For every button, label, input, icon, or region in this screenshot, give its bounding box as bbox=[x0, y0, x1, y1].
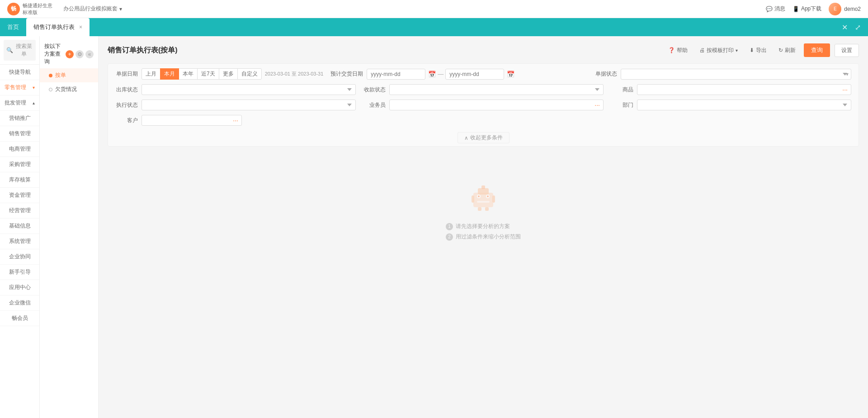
date-dash: — bbox=[438, 71, 443, 77]
svg-point-5 bbox=[478, 195, 480, 197]
wholesale-arrow: ▴ bbox=[33, 100, 35, 105]
query-button[interactable]: 查询 bbox=[804, 43, 830, 57]
sidebar-item-apps[interactable]: 应用中心 bbox=[0, 280, 39, 295]
breadcrumb-dropdown-icon[interactable]: ▾ bbox=[119, 6, 122, 12]
right-content: 销售订单执行表(按单) ❓ 帮助 🖨 按模板打印 ▾ ⬇ 导出 bbox=[99, 36, 868, 418]
goods-input[interactable] bbox=[637, 84, 851, 95]
collapse-panel-button[interactable]: « bbox=[85, 50, 94, 58]
add-icon: + bbox=[68, 51, 71, 57]
goods-more-icon[interactable]: ··· bbox=[840, 86, 849, 93]
window-close-icon[interactable]: ✕ bbox=[840, 22, 849, 33]
filter-row-3: 执行状态 业务员 ··· bbox=[115, 100, 851, 110]
export-icon: ⬇ bbox=[750, 47, 754, 53]
scheme-item-order[interactable]: 按单 bbox=[40, 68, 98, 82]
scheme-backorder-label: 欠货情况 bbox=[55, 86, 77, 93]
forecast-date-label: 预计交货日期 bbox=[330, 70, 363, 78]
status-select[interactable] bbox=[621, 69, 851, 80]
sidebar-item-inventory[interactable]: 库存核算 bbox=[0, 172, 39, 188]
search-menu-button[interactable]: 🔍 搜索菜单 bbox=[4, 40, 36, 61]
delivery-status-select[interactable] bbox=[142, 84, 356, 95]
breadcrumb-text: 办公用品行业模拟账套 bbox=[63, 5, 118, 13]
date-tab-more[interactable]: 更多 bbox=[219, 68, 238, 80]
left-panel-title: 按以下方案查询 bbox=[44, 43, 66, 66]
refresh-button[interactable]: ↻ 刷新 bbox=[775, 45, 799, 56]
empty-state: 1 请先选择要分析的方案 2 用过滤条件来缩小分析范围 bbox=[108, 152, 859, 268]
empty-tip-2: 2 用过滤条件来缩小分析范围 bbox=[446, 233, 521, 241]
help-label: 帮助 bbox=[677, 47, 688, 54]
sidebar-item-system[interactable]: 系统管理 bbox=[0, 234, 39, 249]
avatar: E bbox=[829, 3, 841, 15]
date-tab-this-month[interactable]: 本月 bbox=[160, 68, 179, 80]
page-actions: ❓ 帮助 🖨 按模板打印 ▾ ⬇ 导出 ↻ 刷新 bbox=[665, 43, 859, 57]
exec-status-select[interactable] bbox=[142, 100, 356, 110]
collapse-icon: « bbox=[88, 51, 91, 57]
salesperson-more-icon[interactable]: ··· bbox=[593, 101, 602, 109]
export-button[interactable]: ⬇ 导出 bbox=[746, 45, 770, 56]
help-button[interactable]: ❓ 帮助 bbox=[665, 45, 691, 56]
sidebar-item-member[interactable]: 畅会员 bbox=[0, 311, 39, 326]
filter-collapse-row: ∧ 收起更多条件 bbox=[115, 130, 851, 143]
forecast-date-end[interactable] bbox=[445, 69, 504, 80]
export-label: 导出 bbox=[756, 47, 767, 54]
payment-status-select[interactable] bbox=[389, 84, 604, 95]
print-dropdown-icon: ▾ bbox=[736, 48, 738, 53]
sidebar-item-sales[interactable]: 销售管理 bbox=[0, 126, 39, 142]
message-button[interactable]: 💬 消息 bbox=[766, 5, 785, 13]
print-button[interactable]: 🖨 按模板打印 ▾ bbox=[696, 45, 741, 56]
sidebar-item-purchase[interactable]: 采购管理 bbox=[0, 157, 39, 172]
date-tab-7days[interactable]: 近7天 bbox=[197, 68, 219, 80]
date-tab-this-year[interactable]: 本年 bbox=[179, 68, 198, 80]
main-layout: 🔍 搜索菜单 快捷导航 零售管理 ▾ 批发管理 ▴ 营销推广 销售管理 电商管理… bbox=[0, 36, 868, 418]
sidebar-item-marketing[interactable]: 营销推广 bbox=[0, 111, 39, 126]
home-tab-label: 首页 bbox=[7, 23, 19, 31]
filter-customer: 客户 ··· bbox=[115, 115, 242, 126]
salesperson-label: 业务员 bbox=[363, 101, 386, 109]
settings-scheme-button[interactable]: ⚙ bbox=[75, 50, 84, 58]
filter-exec-status: 执行状态 bbox=[115, 100, 356, 110]
app-download-button[interactable]: 📱 App下载 bbox=[793, 5, 821, 13]
collapse-filter-button[interactable]: ∧ 收起更多条件 bbox=[458, 132, 509, 143]
sidebar-item-wechat[interactable]: 企业微信 bbox=[0, 295, 39, 311]
calendar-end-icon[interactable]: 📅 bbox=[507, 71, 514, 78]
forecast-date-start[interactable] bbox=[367, 69, 425, 80]
date-tab-last-month[interactable]: 上月 bbox=[142, 68, 160, 80]
tab-active[interactable]: 销售订单执行表 × bbox=[26, 18, 90, 36]
scheme-item-backorder[interactable]: 欠货情况 bbox=[40, 82, 98, 96]
sidebar-item-operation[interactable]: 经营管理 bbox=[0, 203, 39, 218]
help-icon: ❓ bbox=[668, 47, 675, 53]
tab-close-icon[interactable]: × bbox=[79, 24, 82, 30]
user-profile[interactable]: E demo2 bbox=[829, 3, 861, 15]
print-label: 按模板打印 bbox=[707, 47, 734, 54]
sidebar-item-newbie[interactable]: 新手引导 bbox=[0, 265, 39, 280]
filter-department: 部门 bbox=[611, 100, 851, 110]
search-icon: 🔍 bbox=[6, 47, 13, 53]
settings-button[interactable]: 设置 bbox=[835, 44, 859, 57]
department-select[interactable] bbox=[637, 100, 851, 110]
date-tab-custom[interactable]: 自定义 bbox=[237, 68, 262, 80]
sidebar-item-retail[interactable]: 零售管理 ▾ bbox=[0, 80, 39, 95]
salesperson-input[interactable] bbox=[389, 100, 604, 110]
department-select-wrap bbox=[637, 100, 851, 110]
settings-icon: ⚙ bbox=[77, 51, 82, 57]
sidebar-item-collab[interactable]: 企业协同 bbox=[0, 249, 39, 265]
date-control: 上月 本月 本年 近7天 bbox=[142, 68, 323, 80]
window-maximize-icon[interactable]: ⤢ bbox=[853, 22, 863, 33]
customer-input[interactable] bbox=[142, 115, 242, 126]
sidebar-item-finance[interactable]: 资金管理 bbox=[0, 188, 39, 203]
user-name: demo2 bbox=[844, 6, 861, 12]
left-panel: 按以下方案查询 + ⚙ « 按单 欠 bbox=[40, 36, 99, 418]
delivery-status-wrap bbox=[142, 84, 356, 95]
customer-more-icon[interactable]: ··· bbox=[231, 117, 240, 124]
calendar-start-icon[interactable]: 📅 bbox=[428, 71, 436, 78]
sidebar-item-ecommerce[interactable]: 电商管理 bbox=[0, 142, 39, 157]
add-scheme-button[interactable]: + bbox=[66, 50, 74, 58]
tab-home[interactable]: 首页 bbox=[0, 18, 26, 36]
salesperson-input-wrap: ··· bbox=[389, 100, 604, 110]
filter-date: 单据日期 上月 本月 本年 bbox=[115, 68, 323, 80]
filter-row-2: 出库状态 收款状态 bbox=[115, 84, 851, 95]
sidebar-item-basic[interactable]: 基础信息 bbox=[0, 218, 39, 234]
sidebar-item-wholesale[interactable]: 批发管理 ▴ bbox=[0, 95, 39, 111]
filter-status: 单据状态 ▾ bbox=[594, 69, 851, 80]
sidebar-item-quick-nav[interactable]: 快捷导航 bbox=[0, 65, 39, 80]
customer-input-wrap: ··· bbox=[142, 115, 242, 126]
